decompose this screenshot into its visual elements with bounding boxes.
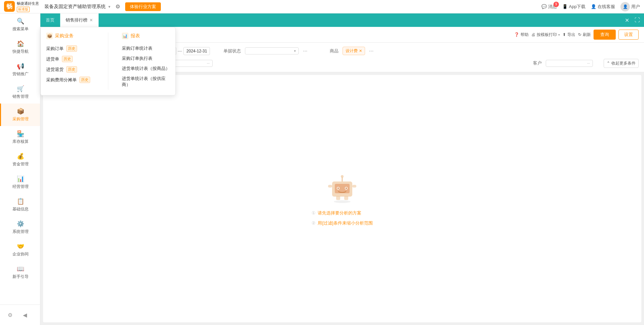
system-settings-icon[interactable]: ⚙ — [113, 2, 122, 11]
history-badge-2: 历史 — [66, 66, 77, 73]
dropdown-report-1-label: 采购订单执行表 — [122, 55, 152, 62]
tab-home[interactable]: 首页 — [40, 13, 60, 27]
sidebar-item-cooperation[interactable]: 🤝 企业协同 — [0, 239, 40, 261]
svg-point-4 — [337, 188, 339, 189]
dropdown-item-report-2[interactable]: 进货单统计表（按商品） — [122, 64, 170, 74]
refresh-btn[interactable]: ↻ 刷新 — [578, 32, 591, 38]
logo-name: 畅捷通好生意 — [17, 1, 39, 6]
user-avatar-btn[interactable]: 👤 用户 — [620, 2, 640, 11]
sidebar-item-quick-nav[interactable]: 🏠 快捷导航 — [0, 36, 40, 58]
voucher-status-select[interactable]: ▾ — [245, 47, 299, 54]
purchase-section-title-text: 采购业务 — [55, 33, 74, 39]
print-arrow-icon: ▾ — [558, 33, 560, 37]
notification-icon: 💬 — [541, 4, 547, 9]
tab-maximize-icon[interactable]: ⛶ — [633, 16, 641, 25]
sidebar-item-marketing[interactable]: 📢 营销推广 — [0, 58, 40, 81]
sidebar-item-quick-nav-label: 快捷导航 — [12, 49, 29, 54]
purchase-section-icon: 📦 — [46, 33, 53, 39]
goods-tag-value: 设计费 — [346, 48, 358, 54]
dropdown-item-expense-label: 采购费用分摊单 — [46, 77, 77, 83]
export-btn[interactable]: ⬆ 导出 — [563, 32, 575, 38]
sidebar-item-inventory[interactable]: 🏪 库存核算 — [0, 126, 40, 149]
dropdown-report-0-label: 采购订单统计表 — [122, 45, 152, 51]
history-badge-3: 历史 — [79, 77, 90, 83]
dropdown-item-inbound[interactable]: 进货单 历史 — [46, 54, 95, 64]
dropdown-item-inbound-label: 进货单 — [46, 56, 59, 62]
sidebar-settings-btn[interactable]: ⚙ — [4, 309, 16, 321]
dropdown-divider — [108, 33, 108, 90]
svg-rect-11 — [344, 196, 348, 200]
system-title-arrow-icon[interactable]: ▾ — [108, 4, 110, 9]
sidebar-item-finance[interactable]: 💰 资金管理 — [0, 149, 40, 171]
dropdown-item-report-3[interactable]: 进货单统计表（按供应商） — [122, 74, 170, 90]
voucher-status-label: 单据状态 — [221, 48, 241, 54]
online-service-btn[interactable]: 👤 在线客服 — [591, 4, 615, 10]
empty-illustration — [325, 170, 359, 203]
app-download-btn[interactable]: 📱 App下载 — [562, 4, 585, 10]
tab-home-label: 首页 — [46, 17, 55, 23]
tab-sales-rank[interactable]: 销售排行榜 ✕ — [60, 13, 99, 27]
sidebar-item-search[interactable]: 🔍 搜索菜单 — [0, 13, 40, 36]
sales-icon: 🛒 — [17, 85, 24, 92]
top-header: 畅 畅捷通好生意 标准版 装备及固定资产辅助管理系统 ▾ ⚙ 体验行业方案 💬 … — [0, 0, 644, 13]
logo-icon: 畅 — [4, 1, 15, 12]
empty-hint-1: ① 请先选择要分析的方案 ② 用[过滤]条件来缩小分析范围 — [312, 209, 372, 228]
industry-btn[interactable]: 体验行业方案 — [125, 2, 161, 11]
search-icon: 🔍 — [17, 17, 24, 25]
dropdown-report-section: 📊 报表 采购订单统计表 采购订单执行表 进货单统计表（按商品） 进货单统计表（… — [122, 33, 170, 90]
export-icon: ⬆ — [563, 32, 566, 37]
help-btn[interactable]: ❓ 帮助 — [514, 32, 529, 38]
print-template-label: 按模板打印 — [537, 32, 557, 38]
inventory-icon: 🏪 — [17, 130, 24, 137]
svg-rect-10 — [336, 196, 340, 200]
app-download-label: App下载 — [569, 4, 585, 10]
tab-sales-rank-label: 销售排行榜 — [66, 17, 87, 23]
export-label: 导出 — [567, 32, 575, 38]
dropdown-purchase-section: 📦 采购业务 采购订单 历史 进货单 历史 进货退货 历史 采购费用分摊单 历史 — [46, 33, 95, 90]
sidebar-item-sales[interactable]: 🛒 销售管理 — [0, 81, 40, 104]
marketing-icon: 📢 — [17, 63, 24, 70]
dropdown-item-return[interactable]: 进货退货 历史 — [46, 64, 95, 75]
online-service-label: 在线客服 — [598, 4, 615, 10]
sidebar-item-operations-label: 经营管理 — [12, 184, 29, 190]
customer-label: 客户 — [522, 60, 542, 66]
system-icon: ⚙️ — [17, 220, 24, 228]
settings-action-btn[interactable]: 设置 — [618, 30, 639, 40]
date-to-input[interactable]: 2024-12-31 — [183, 47, 210, 55]
service-icon: 👤 — [591, 4, 596, 9]
sidebar-item-sales-label: 销售管理 — [12, 94, 29, 99]
help-label: 帮助 — [521, 32, 529, 38]
print-template-btn[interactable]: 🖨 按模板打印 ▾ — [531, 32, 560, 38]
sidebar-item-finance-label: 资金管理 — [12, 161, 29, 167]
sidebar-item-purchase[interactable]: 📦 采购管理 — [0, 104, 40, 126]
print-icon: 🖨 — [531, 32, 535, 37]
sidebar-item-operations[interactable]: 📊 经营管理 — [0, 171, 40, 194]
notification-btn[interactable]: 💬 消息 9 — [541, 4, 557, 10]
dropdown-item-report-0[interactable]: 采购订单统计表 — [122, 43, 170, 53]
header-right: 💬 消息 9 📱 App下载 👤 在线客服 👤 用户 — [541, 2, 640, 11]
dropdown-item-report-1[interactable]: 采购订单执行表 — [122, 53, 170, 64]
purchase-icon: 📦 — [17, 108, 24, 115]
sidebar-collapse-btn[interactable]: ◀ — [19, 309, 31, 321]
report-section-icon: 📊 — [122, 33, 129, 39]
dropdown-item-purchase-order-label: 采购订单 — [46, 46, 64, 52]
dropdown-item-expense[interactable]: 采购费用分摊单 历史 — [46, 75, 95, 85]
refresh-icon: ↻ — [578, 32, 581, 37]
goods-tag-close-icon[interactable]: ✕ — [359, 49, 362, 53]
toolbar-right: ❓ 帮助 🖨 按模板打印 ▾ ⬆ 导出 ↻ 刷新 — [514, 30, 639, 40]
tab-close-icon[interactable]: ✕ — [90, 18, 93, 23]
collapse-btn[interactable]: ⌃ 收起更多条件 — [604, 59, 639, 68]
dropdown-item-return-label: 进货退货 — [46, 67, 64, 73]
sidebar-item-basic-info[interactable]: 📋 基础信息 — [0, 194, 40, 216]
sidebar-item-system[interactable]: ⚙️ 系统管理 — [0, 216, 40, 239]
customer-select[interactable]: ··· — [546, 60, 593, 67]
voucher-status-more-icon[interactable]: ··· — [303, 48, 307, 54]
sidebar-item-guide[interactable]: 📖 新手引导 — [0, 261, 40, 284]
dropdown-item-purchase-order[interactable]: 采购订单 历史 — [46, 43, 95, 54]
tab-close-all-icon[interactable]: ✕ — [623, 16, 631, 25]
query-btn[interactable]: 查询 — [594, 30, 616, 40]
refresh-label: 刷新 — [583, 32, 591, 38]
goods-more-icon[interactable]: ··· — [369, 48, 373, 54]
sidebar-item-guide-label: 新手引导 — [12, 274, 29, 280]
svg-rect-9 — [352, 185, 356, 188]
